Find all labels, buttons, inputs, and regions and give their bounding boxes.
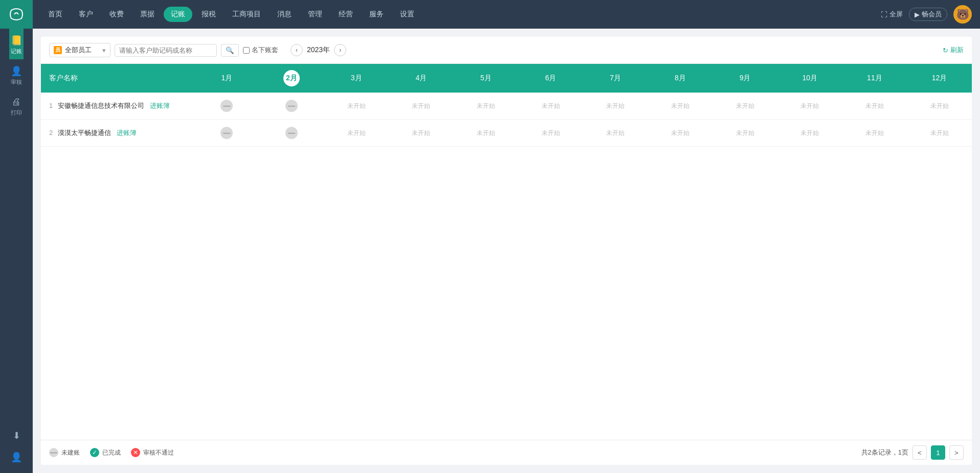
status-not-started: 未开始 — [736, 102, 754, 109]
col-header-m8: 8月 — [648, 64, 713, 93]
vip-icon: ▶ — [915, 11, 920, 18]
fullscreen-button[interactable]: ⛶ 全屏 — [881, 10, 903, 19]
fullscreen-icon: ⛶ — [881, 11, 887, 18]
status-not-started: 未开始 — [542, 102, 560, 109]
vip-label: 畅会员 — [922, 10, 942, 19]
search-button[interactable]: 🔍 — [221, 44, 239, 57]
topnav-item-operations[interactable]: 经营 — [331, 7, 360, 22]
cell-m8: 未开始 — [648, 120, 713, 147]
col-header-m4: 4月 — [389, 64, 454, 93]
current-page-button[interactable]: 1 — [931, 445, 945, 460]
topnav-right: ⛶ 全屏 ▶ 畅会员 🐻 — [881, 5, 972, 24]
row-index: 2 — [49, 129, 53, 137]
status-not-started: 未开始 — [542, 129, 560, 137]
cell-m7: 未开始 — [583, 120, 648, 147]
main-container: 首页客户收费票据记账报税工商项目消息管理经营服务设置 ⛶ 全屏 ▶ 畅会员 🐻 … — [33, 0, 980, 473]
topnav-item-services[interactable]: 服务 — [362, 7, 391, 22]
employee-select[interactable]: 员 全部员工 ▾ — [49, 43, 110, 57]
status-not-started: 未开始 — [736, 129, 754, 137]
cell-m4: 未开始 — [389, 120, 454, 147]
prev-page-button[interactable]: < — [912, 445, 927, 460]
col-header-m6: 6月 — [518, 64, 583, 93]
legend-item-completed: ✓ 已完成 — [90, 448, 121, 457]
topnav-item-customer[interactable]: 客户 — [72, 7, 100, 22]
year-nav: ‹ 2023年 › — [291, 44, 346, 56]
toolbar: 员 全部员工 ▾ 🔍 名下账套 ‹ 2023年 › ↻ 刷新 — [41, 37, 972, 64]
sidebar-item-download[interactable]: ⬇ — [0, 424, 33, 445]
cell-m2: — — [259, 93, 324, 120]
status-not-started: 未开始 — [800, 102, 819, 109]
legend-item-failed: ✕ 审核不通过 — [131, 448, 174, 457]
year-text: 2023年 — [307, 46, 330, 55]
legend-dot-failed: ✕ — [131, 448, 140, 457]
status-not-started: 未开始 — [412, 102, 430, 109]
refresh-label: 刷新 — [950, 46, 964, 55]
cell-m8: 未开始 — [648, 93, 713, 120]
enter-ledger-link[interactable]: 进账簿 — [117, 129, 137, 137]
my-accounts-label: 名下账套 — [252, 46, 278, 55]
topnav-item-management[interactable]: 管理 — [301, 7, 329, 22]
user-icon: 👤 — [9, 452, 24, 463]
cell-m4: 未开始 — [389, 93, 454, 120]
col-header-name: 客户名称 — [41, 64, 194, 93]
avatar[interactable]: 🐻 — [953, 5, 972, 24]
cell-m1: — — [194, 120, 259, 147]
topnav-item-billing[interactable]: 收费 — [102, 7, 131, 22]
enter-ledger-link[interactable]: 进账簿 — [150, 102, 170, 109]
sidebar-item-bookkeeping[interactable]: 📒 记账 — [9, 29, 24, 59]
status-not-started: 未开始 — [671, 102, 689, 109]
legend-label-not-built: 未建账 — [61, 448, 80, 457]
status-not-started: 未开始 — [412, 129, 430, 137]
sidebar-item-user[interactable]: 👤 — [0, 445, 33, 467]
col-header-m12: 12月 — [907, 64, 972, 93]
customer-name-cell: 2 漠漠太平畅捷通信 进账簿 — [41, 120, 194, 147]
status-not-started: 未开始 — [930, 129, 949, 137]
topnav-item-messages[interactable]: 消息 — [270, 7, 299, 22]
topnav-item-home[interactable]: 首页 — [41, 7, 70, 22]
status-not-started: 未开始 — [671, 129, 689, 137]
topnav: 首页客户收费票据记账报税工商项目消息管理经营服务设置 ⛶ 全屏 ▶ 畅会员 🐻 — [33, 0, 980, 29]
cell-m12: 未开始 — [907, 120, 972, 147]
sidebar-item-label: 打印 — [11, 109, 22, 117]
cell-m12: 未开始 — [907, 93, 972, 120]
bookkeeping-icon: 📒 — [9, 35, 24, 46]
fullscreen-label: 全屏 — [889, 10, 903, 19]
topnav-item-tax[interactable]: 报税 — [194, 7, 223, 22]
status-dash-icon: — — [220, 100, 233, 112]
refresh-button[interactable]: ↻ 刷新 — [943, 46, 964, 55]
my-accounts-checkbox-label[interactable]: 名下账套 — [243, 46, 278, 55]
sidebar-item-label: 记账 — [11, 48, 22, 55]
topnav-item-bizitems[interactable]: 工商项目 — [225, 7, 268, 22]
bookkeeping-table: 客户名称1月2月3月4月5月6月7月8月9月10月11月12月 1 安徽畅捷通信… — [41, 64, 972, 147]
sidebar-logo — [0, 0, 33, 29]
status-not-started: 未开始 — [930, 102, 949, 109]
sidebar-item-print[interactable]: 🖨 打印 — [9, 90, 24, 121]
table-row: 1 安徽畅捷通信息技术有限公司 进账簿 ——未开始未开始未开始未开始未开始未开始… — [41, 93, 972, 120]
status-not-started: 未开始 — [347, 129, 366, 137]
pagination: 共2条记录，1页 < 1 > — [861, 445, 964, 460]
cell-m1: — — [194, 93, 259, 120]
status-dash-icon: — — [285, 100, 298, 112]
employee-icon: 员 — [54, 46, 62, 54]
cell-m2: — — [259, 120, 324, 147]
search-input[interactable] — [115, 44, 217, 57]
prev-year-button[interactable]: ‹ — [291, 44, 303, 56]
customer-name: 漠漠太平畅捷通信 — [58, 129, 111, 137]
sidebar-item-audit[interactable]: 👤 审核 — [9, 59, 24, 90]
topnav-item-bookkeeping[interactable]: 记账 — [164, 7, 192, 22]
status-not-started: 未开始 — [606, 102, 625, 109]
audit-icon: 👤 — [9, 65, 24, 77]
cell-m7: 未开始 — [583, 93, 648, 120]
col-header-m11: 11月 — [842, 64, 907, 93]
next-year-button[interactable]: › — [334, 44, 346, 56]
next-page-button[interactable]: > — [949, 445, 964, 460]
cell-m5: 未开始 — [454, 120, 519, 147]
col-header-m2: 2月 — [259, 64, 324, 93]
vip-button[interactable]: ▶ 畅会员 — [909, 8, 947, 21]
topnav-item-settings[interactable]: 设置 — [393, 7, 421, 22]
footer: — 未建账 ✓ 已完成 ✕ 审核不通过 共2条记录，1页 < 1 > — [41, 440, 972, 465]
sidebar-item-label: 审核 — [11, 78, 22, 86]
pagination-info: 共2条记录，1页 — [861, 448, 908, 457]
topnav-item-invoice[interactable]: 票据 — [133, 7, 162, 22]
my-accounts-checkbox[interactable] — [243, 47, 250, 54]
